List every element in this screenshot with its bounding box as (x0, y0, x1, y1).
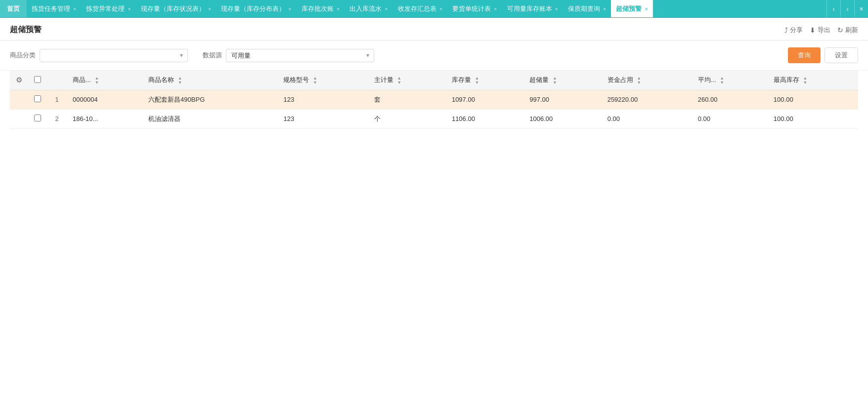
tab-9[interactable]: 可用量库存账本 × (502, 0, 563, 17)
nav-prev-btn[interactable]: ‹ (826, 0, 840, 17)
row-unit: 个 (368, 109, 446, 128)
nav-close-all-btn[interactable]: × (854, 0, 868, 17)
col-header-name[interactable]: 商品名称 ▲▼ (142, 71, 277, 90)
table-row: 2 186-10... 机油滤清器 123 个 1106.00 1006.00 … (10, 109, 858, 128)
close-tab-8[interactable]: × (494, 6, 497, 12)
col-header-avg[interactable]: 平均... ▲▼ (692, 71, 768, 90)
settings-button[interactable]: 设置 (825, 47, 858, 63)
share-icon: ⤴ (784, 26, 788, 34)
tab-10[interactable]: 保质期查询 × (563, 0, 611, 17)
row-unit: 套 (368, 90, 446, 109)
tab-6[interactable]: 出入库流水 × (345, 0, 392, 17)
datasource-filter: 数据源 可用量 库存量 ▾ (203, 49, 374, 62)
export-button[interactable]: ⬇ 导出 (810, 26, 830, 35)
col-header-settings[interactable]: ⚙ (10, 71, 28, 90)
row-spec: 123 (277, 90, 368, 109)
category-select[interactable] (40, 49, 188, 62)
col-header-code[interactable]: 商品... ▲▼ (67, 71, 142, 90)
refresh-icon: ↻ (837, 26, 843, 34)
row-avg: 0.00 (692, 109, 768, 128)
export-icon: ⬇ (810, 26, 816, 34)
row-maxstock: 100.00 (768, 109, 858, 128)
row-spec: 123 (277, 109, 368, 128)
row-stock: 1106.00 (446, 109, 523, 128)
close-tab-9[interactable]: × (555, 6, 558, 12)
nav-next-btn[interactable]: › (840, 0, 854, 17)
filter-actions: 查询 设置 (788, 47, 858, 63)
close-tab-6[interactable]: × (385, 6, 388, 12)
nav-arrows: ‹ › × (826, 0, 868, 17)
page-title: 超储预警 (10, 25, 42, 35)
row-maxstock: 100.00 (768, 90, 858, 109)
top-nav: 首页 拣货任务管理 × 拣货异常处理 × 现存量（库存状况表） × 现存量（库存… (0, 0, 868, 18)
row-over: 997.00 (523, 90, 601, 109)
close-tab-1[interactable]: × (73, 6, 76, 12)
data-table: ⚙ 商品... ▲▼ 商品名称 ▲▼ 规格型号 (10, 71, 858, 129)
close-tab-3[interactable]: × (208, 6, 211, 12)
tab-8[interactable]: 要货单统计表 × (447, 0, 502, 17)
sort-icon-stock: ▲▼ (475, 76, 479, 85)
row-capital: 0.00 (602, 109, 692, 128)
row-checkbox-1[interactable] (34, 115, 41, 121)
category-select-wrapper: ▾ (40, 49, 188, 62)
sort-icon-spec: ▲▼ (313, 76, 317, 85)
row-name: 机油滤清器 (142, 109, 277, 128)
category-filter: 商品分类 ▾ (10, 49, 188, 62)
sort-icon-name: ▲▼ (178, 76, 182, 85)
col-header-spec[interactable]: 规格型号 ▲▼ (277, 71, 368, 90)
sort-icon-over: ▲▼ (553, 76, 557, 85)
main-content: 超储预警 ⤴ 分享 ⬇ 导出 ↻ 刷新 商品分类 ▾ (0, 18, 868, 395)
row-code: 0000004 (67, 90, 142, 109)
close-tab-11[interactable]: × (645, 6, 648, 12)
sort-icon-avg: ▲▼ (720, 76, 724, 85)
header-actions: ⤴ 分享 ⬇ 导出 ↻ 刷新 (784, 26, 858, 35)
sort-icon-maxstock: ▲▼ (803, 76, 807, 85)
table-settings-icon[interactable]: ⚙ (16, 76, 22, 84)
table-row: 1 0000004 六配套新昌490BPG 123 套 1097.00 997.… (10, 90, 858, 109)
tab-5[interactable]: 库存批次账 × (297, 0, 345, 17)
tab-11[interactable]: 超储预警 × (611, 0, 652, 17)
row-code: 186-10... (67, 109, 142, 128)
select-all-checkbox[interactable] (34, 76, 41, 83)
row-avg: 260.00 (692, 90, 768, 109)
row-num: 2 (47, 109, 67, 128)
datasource-select[interactable]: 可用量 库存量 (226, 49, 374, 62)
category-label: 商品分类 (10, 51, 36, 60)
col-header-stock[interactable]: 库存量 ▲▼ (446, 71, 523, 90)
tab-1[interactable]: 拣货任务管理 × (27, 0, 81, 17)
row-stock: 1097.00 (446, 90, 523, 109)
row-num: 1 (47, 90, 67, 109)
row-capital: 259220.00 (602, 90, 692, 109)
table-wrapper: ⚙ 商品... ▲▼ 商品名称 ▲▼ 规格型号 (0, 71, 868, 129)
query-button[interactable]: 查询 (788, 47, 821, 63)
nav-home[interactable]: 首页 (0, 0, 27, 17)
row-name: 六配套新昌490BPG (142, 90, 277, 109)
col-header-num (47, 71, 67, 90)
sort-icon-capital: ▲▼ (637, 76, 641, 85)
row-settings-cell (10, 109, 28, 128)
tab-7[interactable]: 收发存汇总表 × (393, 0, 447, 17)
datasource-select-wrapper: 可用量 库存量 ▾ (226, 49, 374, 62)
close-tab-5[interactable]: × (337, 6, 340, 12)
refresh-button[interactable]: ↻ 刷新 (837, 26, 858, 35)
tab-3[interactable]: 现存量（库存状况表） × (136, 0, 216, 17)
share-button[interactable]: ⤴ 分享 (784, 26, 803, 35)
tab-4[interactable]: 现存量（库存分布表） × (216, 0, 296, 17)
row-checkbox-0[interactable] (34, 95, 41, 102)
col-header-over[interactable]: 超储量 ▲▼ (523, 71, 601, 90)
close-tab-10[interactable]: × (603, 6, 606, 12)
sort-icon-code: ▲▼ (94, 76, 99, 85)
row-checkbox-cell[interactable] (28, 109, 47, 128)
datasource-label: 数据源 (203, 51, 222, 60)
row-checkbox-cell[interactable] (28, 90, 47, 109)
page-header: 超储预警 ⤴ 分享 ⬇ 导出 ↻ 刷新 (0, 18, 868, 40)
sort-icon-unit: ▲▼ (397, 76, 401, 85)
col-header-unit[interactable]: 主计量 ▲▼ (368, 71, 446, 90)
col-header-capital[interactable]: 资金占用 ▲▼ (602, 71, 692, 90)
tab-2[interactable]: 拣货异常处理 × (81, 0, 135, 17)
filter-row: 商品分类 ▾ 数据源 可用量 库存量 ▾ 查询 设置 (0, 40, 868, 71)
close-tab-7[interactable]: × (439, 6, 442, 12)
close-tab-2[interactable]: × (128, 6, 130, 12)
col-header-maxstock[interactable]: 最高库存 ▲▼ (768, 71, 858, 90)
close-tab-4[interactable]: × (288, 6, 291, 12)
